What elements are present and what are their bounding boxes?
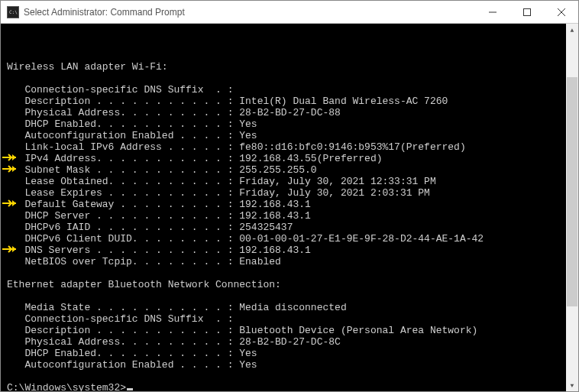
- field-label: Lease Obtained. . . . . . . . . . :: [7, 176, 233, 187]
- field-label: DHCPv6 IAID . . . . . . . . . . . :: [7, 222, 233, 233]
- section-header: Ethernet adapter Bluetooth Network Conne…: [4, 279, 578, 290]
- output-line: IPv4 Address. . . . . . . . . . . : 192.…: [4, 153, 578, 164]
- section-header: Wireless LAN adapter Wi-Fi:: [4, 61, 578, 73]
- output-line: DHCP Enabled. . . . . . . . . . . : Yes: [4, 118, 578, 130]
- output-line: Connection-specific DNS Suffix . :: [4, 313, 578, 325]
- field-label: Default Gateway . . . . . . . . . :: [7, 199, 233, 210]
- output-line: Subnet Mask . . . . . . . . . . . : 255.…: [4, 164, 578, 176]
- command-prompt-window: Select Administrator: Command Prompt Wir…: [0, 0, 579, 392]
- output-line: DHCP Enabled. . . . . . . . . . . : Yes: [4, 348, 578, 359]
- output-line: Autoconfiguration Enabled . . . . : Yes: [4, 130, 578, 141]
- output-line: NetBIOS over Tcpip. . . . . . . . : Enab…: [4, 256, 578, 267]
- field-label: DHCPv6 Client DUID. . . . . . . . :: [7, 233, 233, 245]
- field-value: Bluetooth Device (Personal Area Network): [233, 325, 477, 336]
- field-label: Connection-specific DNS Suffix . :: [7, 313, 233, 325]
- field-label: Lease Expires . . . . . . . . . . :: [7, 187, 233, 199]
- output-line: DHCPv6 Client DUID. . . . . . . . : 00-0…: [4, 233, 578, 245]
- field-value: 192.168.43.1: [233, 210, 310, 222]
- output-line: Physical Address. . . . . . . . . : 28-B…: [4, 336, 578, 348]
- titlebar[interactable]: Select Administrator: Command Prompt: [1, 1, 578, 24]
- field-value: 00-01-00-01-27-E1-9E-9F-28-D2-44-AE-1A-4…: [233, 233, 484, 245]
- field-value: Friday, July 30, 2021 12:33:31 PM: [233, 176, 435, 187]
- blank-line: [4, 290, 578, 302]
- blank-line: [4, 267, 578, 279]
- field-value: 254325437: [233, 222, 293, 233]
- field-label: Link-local IPv6 Address . . . . . :: [7, 141, 233, 153]
- field-value: Intel(R) Dual Band Wireless-AC 7260: [233, 96, 448, 107]
- field-value: 255.255.255.0: [233, 164, 316, 176]
- svg-rect-1: [523, 8, 530, 15]
- output-line: Lease Expires . . . . . . . . . . : Frid…: [4, 187, 578, 199]
- field-value: Yes: [233, 118, 257, 130]
- scroll-down-button[interactable]: ▼: [566, 379, 578, 391]
- field-label: Autoconfiguration Enabled . . . . :: [7, 130, 233, 141]
- cursor-icon: [127, 388, 133, 390]
- output-line: DNS Servers . . . . . . . . . . . : 192.…: [4, 245, 578, 256]
- vertical-scrollbar[interactable]: ▲ ▼: [566, 24, 578, 391]
- field-value: 28-B2-BD-27-DC-8C: [233, 336, 340, 348]
- field-value: Media disconnected: [233, 302, 346, 313]
- cmd-icon: [7, 6, 19, 18]
- field-value: Yes: [233, 348, 257, 359]
- field-label: DHCP Enabled. . . . . . . . . . . :: [7, 118, 233, 130]
- output-line: Description . . . . . . . . . . . : Inte…: [4, 96, 578, 107]
- output-line: DHCP Server . . . . . . . . . . . : 192.…: [4, 210, 578, 222]
- output-line: Media State . . . . . . . . . . . : Medi…: [4, 302, 578, 313]
- field-value: 28-B2-BD-27-DC-88: [233, 107, 340, 118]
- output-line: DHCPv6 IAID . . . . . . . . . . . : 2543…: [4, 222, 578, 233]
- field-value: Yes: [233, 359, 257, 371]
- field-value: fe80::d16:bfc0:9146:b953%17(Preferred): [233, 141, 465, 153]
- field-label: Description . . . . . . . . . . . :: [7, 325, 233, 336]
- output-line: Default Gateway . . . . . . . . . : 192.…: [4, 199, 578, 210]
- close-button[interactable]: [544, 1, 578, 23]
- window-title: Select Administrator: Command Prompt: [24, 7, 475, 18]
- field-value: 192.168.43.1: [233, 199, 310, 210]
- field-value: 192.168.43.55(Preferred): [233, 153, 382, 164]
- field-label: Autoconfiguration Enabled . . . . :: [7, 359, 233, 371]
- field-value: Friday, July 30, 2021 2:03:31 PM: [233, 187, 429, 199]
- field-label: Physical Address. . . . . . . . . :: [7, 336, 233, 348]
- console-output[interactable]: Wireless LAN adapter Wi-Fi: Connection-s…: [1, 24, 578, 391]
- blank-line: [4, 50, 578, 61]
- field-label: DNS Servers . . . . . . . . . . . :: [7, 245, 233, 256]
- scroll-up-button[interactable]: ▲: [566, 24, 578, 36]
- blank-line: [4, 371, 578, 382]
- field-label: Connection-specific DNS Suffix . :: [7, 84, 233, 96]
- maximize-button[interactable]: [509, 1, 544, 23]
- field-label: IPv4 Address. . . . . . . . . . . :: [7, 153, 233, 164]
- output-line: Lease Obtained. . . . . . . . . . : Frid…: [4, 176, 578, 187]
- scroll-thumb[interactable]: [567, 77, 577, 306]
- output-line: Autoconfiguration Enabled . . . . : Yes: [4, 359, 578, 371]
- output-line: Physical Address. . . . . . . . . : 28-B…: [4, 107, 578, 118]
- output-line: Link-local IPv6 Address . . . . . : fe80…: [4, 141, 578, 153]
- field-label: DHCP Enabled. . . . . . . . . . . :: [7, 348, 233, 359]
- field-label: DHCP Server . . . . . . . . . . . :: [7, 210, 233, 222]
- output-line: Connection-specific DNS Suffix . :: [4, 84, 578, 96]
- blank-line: [4, 73, 578, 84]
- prompt-text: C:\Windows\system32>: [7, 382, 126, 391]
- field-value: Yes: [233, 130, 257, 141]
- field-value: 192.168.43.1: [233, 245, 310, 256]
- prompt-line[interactable]: C:\Windows\system32>: [4, 382, 578, 391]
- field-label: Physical Address. . . . . . . . . :: [7, 107, 233, 118]
- window-controls: [475, 1, 578, 23]
- minimize-button[interactable]: [475, 1, 509, 23]
- field-label: Media State . . . . . . . . . . . :: [7, 302, 233, 313]
- field-label: NetBIOS over Tcpip. . . . . . . . :: [7, 256, 233, 267]
- field-label: Description . . . . . . . . . . . :: [7, 96, 233, 107]
- field-value: Enabled: [233, 256, 280, 267]
- field-label: Subnet Mask . . . . . . . . . . . :: [7, 164, 233, 176]
- output-line: Description . . . . . . . . . . . : Blue…: [4, 325, 578, 336]
